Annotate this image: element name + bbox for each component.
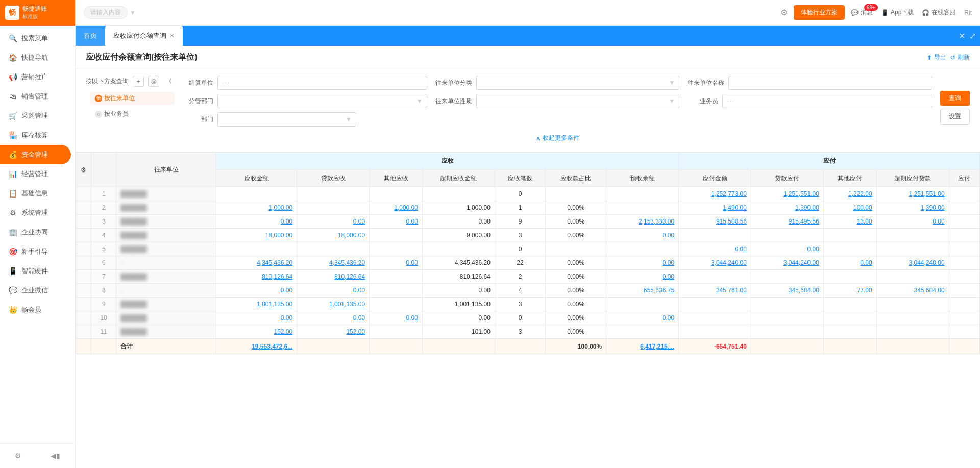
header-right: 💬 消息 99+ 📱 App下载 🎧 在线客服 Rit [851,8,972,17]
sidebar-item-purchase[interactable]: 🛒 采购管理 [0,106,75,126]
filter-add-button[interactable]: ＋ [133,76,144,87]
sidebar-item-wechat[interactable]: 💬 企业微信 [0,281,75,300]
logo-badge: 标准版 [22,13,47,20]
filter-preset-button[interactable]: ◎ [148,76,159,87]
total-row: 合计 19,553,472,6... 100.00% 6,417,215....… [76,339,980,354]
sidebar-label-search: 搜索菜单 [21,34,48,43]
operation-icon: 📊 [8,170,17,178]
sidebar-item-sales[interactable]: 🛍 销售管理 [0,87,75,106]
action-buttons: 查询 设置 [940,91,970,125]
sidebar-label-corp: 企业协同 [21,228,48,237]
dept-label: 部门 [183,115,213,124]
sidebar-item-inventory[interactable]: 🏪 库存核算 [0,126,75,145]
sidebar-item-basic[interactable]: 📋 基础信息 [0,184,75,203]
app-icon: 📱 [881,9,889,16]
sidebar-item-member[interactable]: 👑 畅会员 [0,300,75,319]
sidebar-item-marketing[interactable]: 📢 营销推广 [0,67,75,87]
export-button[interactable]: ⬆ 导出 [927,53,946,62]
query-button[interactable]: 查询 [940,91,970,106]
unit-nature-label: 往来单位性质 [435,97,472,106]
tab-close-icon[interactable]: ✕ [169,32,175,39]
sidebar-collapse-button[interactable]: ◀▮ [47,449,63,463]
tab-expand-icon[interactable]: ⤢ [969,31,976,41]
sidebar-label-hardware: 智能硬件 [21,266,48,276]
online-service-button[interactable]: 🎧 在线客服 [922,8,956,17]
settlement-input[interactable]: ··· [217,76,427,90]
table-row: 11██████152.00152.00101.0030.00% [76,325,980,339]
filter-field-salesman: 业务员 ··· [688,94,932,108]
table-row: 3██████0.000.000.000.0090.00%2,153,333.0… [76,215,980,229]
top-header: 请输入内容 ▼ ⚙ 体验行业方案 💬 消息 99+ 📱 App下载 🎧 在线客服… [76,0,980,26]
export-icon: ⬆ [927,54,932,61]
search-icon: 🔍 [8,34,17,42]
col-ap-other: 其他应付 [823,170,876,187]
header-settings-icon[interactable]: ⚙ [780,8,788,17]
filter-field-unit-nature: 往来单位性质 ▼ [435,94,680,108]
page-header: 应收应付余额查询(按往来单位) ⬆ 导出 ↺ 刷新 [76,46,980,69]
sidebar-item-operation[interactable]: 📊 经营管理 [0,164,75,184]
marketing-icon: 📢 [8,73,17,81]
tab-ar-ap[interactable]: 应收应付余额查询 ✕ [105,26,183,46]
corp-icon: 🏢 [8,228,17,236]
hardware-icon: 📱 [8,267,17,275]
total-ar-prepay[interactable]: 6,417,215.... [606,339,679,354]
col-ap-overdue: 超期应付货款 [876,170,949,187]
filter-field-unit-name: 往来单位名称 [688,76,932,90]
col-settings[interactable]: ⚙ [76,153,91,187]
app-download-button[interactable]: 📱 App下载 [881,8,914,17]
service-icon: 🎧 [922,9,929,16]
col-ar-other: 其他应收 [370,170,423,187]
user-name[interactable]: Rit [964,9,972,16]
refresh-button[interactable]: ↺ 刷新 [950,53,970,62]
sidebar-item-quick-nav[interactable]: 🏠 快捷导航 [0,48,75,67]
sales-icon: 🛍 [8,92,17,101]
table-row: 5██████00.000.00 [76,242,980,256]
table-area[interactable]: ⚙ 往来单位 应收 应付 应收金额 贷款应收 其他应收 超期应收金额 应收笔数 … [76,152,980,468]
sidebar-item-search[interactable]: 🔍 搜索菜单 [0,29,75,48]
refresh-icon: ↺ [950,54,955,61]
unit-name-label: 往来单位名称 [688,79,724,87]
total-ar-amount[interactable]: 19,553,472,6... [216,339,297,354]
sidebar-item-hardware[interactable]: 📱 智能硬件 [0,261,75,281]
filter-top: 按以下方案查询 ＋ ◎ 《 [86,76,175,87]
sidebar-label-guide: 新手引导 [21,247,48,256]
filter-collapse-toggle[interactable]: 《 [163,76,175,87]
unit-name-input[interactable] [728,76,932,90]
unit-class-input[interactable]: ▼ [476,76,680,90]
dropdown-arrow4: ▼ [346,116,352,123]
salesman-input[interactable]: ··· [722,94,932,108]
collapse-more-button[interactable]: ∧ 收起更多条件 [183,131,932,145]
sidebar-item-system[interactable]: ⚙ 系统管理 [0,203,75,223]
sidebar-item-corp[interactable]: 🏢 企业协同 [0,223,75,242]
sidebar-item-finance[interactable]: 💰 资金管理 [0,145,71,164]
logo-title: 畅捷通账 [22,5,47,13]
sidebar-label-marketing: 营销推广 [21,72,48,82]
system-icon: ⚙ [8,209,17,217]
cta-button[interactable]: 体验行业方案 [794,5,845,20]
filter-option-by-unit[interactable]: 畅 按往来单位 [90,92,175,105]
col-ap-loan: 贷款应付 [751,170,823,187]
tab-close-all-icon[interactable]: ✕ [959,31,965,41]
filter-option-by-salesman[interactable]: ○ 按业务员 [90,108,175,120]
col-ar-overdue: 超期应收金额 [422,170,495,187]
settings-button[interactable]: 设置 [940,109,970,125]
sidebar-settings-button[interactable]: ⚙ [12,449,24,463]
finance-icon: 💰 [8,151,17,159]
message-button[interactable]: 💬 消息 99+ [851,8,873,17]
basic-icon: 📋 [8,189,17,198]
table-row: 1██████01,252,773.001,251,551.001,222.00… [76,187,980,201]
sidebar: 畅 畅捷通账 标准版 🔍 搜索菜单 🏠 快捷导航 📢 营销推广 🛍 销售管理 🛒… [0,0,76,468]
sidebar-item-guide[interactable]: 🎯 新手引导 [0,242,75,261]
home-icon: 🏠 [8,54,17,62]
sidebar-label-wechat: 企业微信 [21,286,48,295]
table-row: 9██████1,001,135.001,001,135.001,001,135… [76,298,980,311]
sidebar-footer: ⚙ ◀▮ [0,443,75,468]
member-icon: 👑 [8,306,17,314]
tab-home[interactable]: 首页 [76,26,105,46]
dept-input[interactable]: ▼ [217,112,356,127]
dept-mgr-input[interactable]: ▼ [217,94,427,108]
col-ap-amount: 应付金额 [679,170,751,187]
col-rownum [91,153,116,187]
unit-nature-input[interactable]: ▼ [476,94,680,108]
sidebar-label-finance: 资金管理 [21,150,48,159]
